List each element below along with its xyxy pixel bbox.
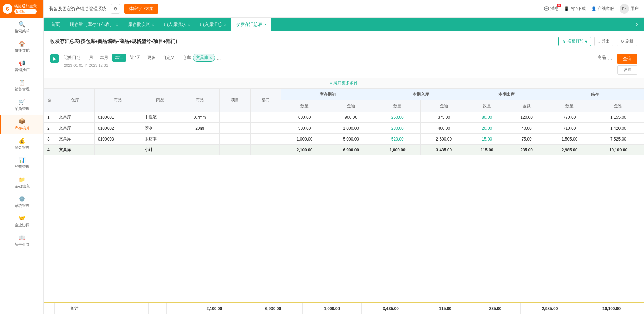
sidebar-item-purchase[interactable]: 🛒 采购管理 xyxy=(0,95,43,115)
app-download-label: App下载 xyxy=(571,6,586,12)
filter-settings-button[interactable]: 设置 xyxy=(617,65,637,75)
logo-icon: 6 xyxy=(3,4,12,14)
sidebar-item-base[interactable]: 📁 基础信息 xyxy=(0,173,43,192)
sidebar-item-finance[interactable]: 💰 资金管理 xyxy=(0,134,43,153)
avatar: Ea xyxy=(620,4,629,14)
search-icon: 🔍 xyxy=(19,21,26,28)
sales-icon: 📋 xyxy=(19,79,26,86)
sub-out-amt: 金额 xyxy=(507,100,546,112)
footer-in-qty: 1,000.00 xyxy=(302,303,361,314)
message-action[interactable]: 💬 消息 6 xyxy=(544,6,559,12)
group-opening-header: 库存期初 xyxy=(281,89,374,100)
goods-filter: 商品 ... xyxy=(598,55,612,61)
tab-inventory_dist[interactable]: 现存量（库存分布表）× xyxy=(65,18,123,31)
sidebar-item-system[interactable]: ⚙️ 系统管理 xyxy=(0,192,43,212)
warehouse-tag-close[interactable]: × xyxy=(210,55,212,60)
sidebar-item-quick[interactable]: 🏠 快捷导航 xyxy=(0,37,43,56)
print-button[interactable]: 🖨 模板打印 ▾ xyxy=(558,37,591,46)
tab-inout_summary[interactable]: 出入库汇总× xyxy=(195,18,231,31)
page-content: 收发存汇总表(按仓库+商品编码+商品+规格型号+项目+部门) 🖨 模板打印 ▾ … xyxy=(44,31,644,302)
online-service-label: 在线客服 xyxy=(598,6,614,12)
table-row: 3文具库0100003采访本1,000.005,000.00520.002,60… xyxy=(44,134,644,145)
date-option-近7天[interactable]: 近7天 xyxy=(127,54,143,62)
tab-close-batch[interactable]: × xyxy=(152,23,154,27)
export-button[interactable]: ↓ 导出 xyxy=(594,37,613,46)
refresh-button[interactable]: ↻ 刷新 xyxy=(617,37,637,46)
warehouse-dots[interactable]: ... xyxy=(217,55,221,61)
tab-batch[interactable]: 库存批次账× xyxy=(123,18,159,31)
sidebar-item-enterprise[interactable]: 🤝 企业协同 xyxy=(0,212,43,231)
footer-open-amt: 6,900.00 xyxy=(244,303,302,314)
sidebar-item-sales[interactable]: 📋 销售管理 xyxy=(0,76,43,95)
tab-label-home: 首页 xyxy=(51,21,60,28)
footer-row: 合计 2,100.00 6,900.00 1,000.00 3,435.00 1… xyxy=(44,303,644,314)
date-range: 2023-01-01 至 2023-12-31 xyxy=(64,63,108,67)
group-in-header: 本期入库 xyxy=(374,89,467,100)
date-options: 上月本月本年近7天更多自定义 xyxy=(82,54,177,62)
query-button[interactable]: 查询 xyxy=(617,54,637,64)
date-option-本年[interactable]: 本年 xyxy=(112,54,126,62)
sidebar-nav: 🔍 搜索菜单 🏠 快捷导航 📢 营销推广 📋 销售管理 🛒 采购管理 📦 库存核… xyxy=(0,18,43,314)
sidebar-item-operations[interactable]: 📊 经营管理 xyxy=(0,153,43,173)
app-name: 畅捷通好生意 xyxy=(14,4,37,9)
filter-toggle-button[interactable]: ▶ xyxy=(50,54,59,63)
dropdown-icon: ▾ xyxy=(585,39,587,44)
refresh-icon: ↻ xyxy=(621,39,624,44)
sidebar-item-label: 系统管理 xyxy=(15,203,30,208)
tab-inout_flow[interactable]: 出入库流水× xyxy=(159,18,195,31)
online-service-action[interactable]: 👤 在线客服 xyxy=(591,6,614,12)
footer-bal-amt: 10,100.00 xyxy=(579,303,644,314)
tab-label-batch: 库存批次账 xyxy=(128,21,150,28)
col-spec-header: 商品 xyxy=(180,89,219,112)
filter-controls: 记账日期 上月本月本年近7天更多自定义 仓库 文具库 × ... xyxy=(64,54,612,68)
settings-button[interactable]: ⚙ xyxy=(111,4,120,14)
sidebar-item-label: 资金管理 xyxy=(15,145,30,150)
tab-label-inout_summary: 出入库汇总 xyxy=(200,21,222,28)
sidebar-item-inventory[interactable]: 📦 库存核算 xyxy=(0,115,43,134)
sidebar-item-guide[interactable]: 📖 新手引导 xyxy=(0,231,43,250)
date-option-上月[interactable]: 上月 xyxy=(82,54,96,62)
col-name-header: 商品 xyxy=(141,89,180,112)
group-balance-header: 结存 xyxy=(546,89,644,100)
warehouse-tag: 文具库 × xyxy=(193,54,215,62)
sidebar-item-search[interactable]: 🔍 搜索菜单 xyxy=(0,18,43,37)
query-section: 查询 设置 xyxy=(617,54,637,75)
tab-close-collect_summary[interactable]: × xyxy=(264,23,266,27)
tab-collect_summary[interactable]: 收发存汇总表× xyxy=(231,18,271,31)
sidebar-item-label: 采购管理 xyxy=(15,106,30,111)
guide-icon: 📖 xyxy=(19,234,26,241)
user-label: 用户 xyxy=(630,6,639,12)
expand-button[interactable]: ▾ 展开更多条件 xyxy=(330,80,358,86)
date-option-本月[interactable]: 本月 xyxy=(97,54,111,62)
user-action[interactable]: Ea 用户 xyxy=(620,4,639,14)
goods-label: 商品 xyxy=(598,55,606,61)
date-option-更多[interactable]: 更多 xyxy=(145,54,158,62)
page-title: 收发存汇总表(按仓库+商品编码+商品+规格型号+项目+部门) xyxy=(50,38,177,45)
sidebar-item-marketing[interactable]: 📢 营销推广 xyxy=(0,56,43,76)
tab-close-inout_summary[interactable]: × xyxy=(224,23,226,27)
table-wrapper: ⚙ 仓库 商品 商品 商品 项目 部门 库存期初 本期入库 本期出库 结存 xyxy=(44,88,644,155)
base-icon: 📁 xyxy=(19,176,26,183)
marketing-icon: 📢 xyxy=(19,60,26,66)
purchase-icon: 🛒 xyxy=(19,99,26,105)
col-project-header: 项目 xyxy=(219,89,250,112)
table-settings-icon[interactable]: ⚙ xyxy=(47,98,52,103)
col-settings: ⚙ xyxy=(44,89,55,112)
sub-out-qty: 数量 xyxy=(467,100,507,112)
date-option-自定义[interactable]: 自定义 xyxy=(160,54,177,62)
table-footer: 合计 2,100.00 6,900.00 1,000.00 3,435.00 1… xyxy=(44,302,644,314)
trial-button[interactable]: 体验行业方案 xyxy=(124,4,158,14)
tab-home[interactable]: 首页 xyxy=(46,18,65,31)
data-table: ⚙ 仓库 商品 商品 商品 项目 部门 库存期初 本期入库 本期出库 结存 xyxy=(44,88,644,155)
app-download-action[interactable]: 📱 App下载 xyxy=(564,6,586,12)
tabbar-close[interactable]: × xyxy=(633,22,641,27)
tab-close-inout_flow[interactable]: × xyxy=(188,23,190,27)
quick-icon: 🏠 xyxy=(19,40,26,47)
goods-dots[interactable]: ... xyxy=(608,55,612,61)
sub-open-amt: 金额 xyxy=(328,100,374,112)
tab-label-collect_summary: 收发存汇总表 xyxy=(236,21,262,28)
enterprise-icon: 🤝 xyxy=(19,215,26,221)
page-header-actions: 🖨 模板打印 ▾ ↓ 导出 ↻ 刷新 xyxy=(558,37,637,46)
tab-close-inventory_dist[interactable]: × xyxy=(116,23,118,27)
sidebar-item-label: 搜索菜单 xyxy=(15,29,30,34)
